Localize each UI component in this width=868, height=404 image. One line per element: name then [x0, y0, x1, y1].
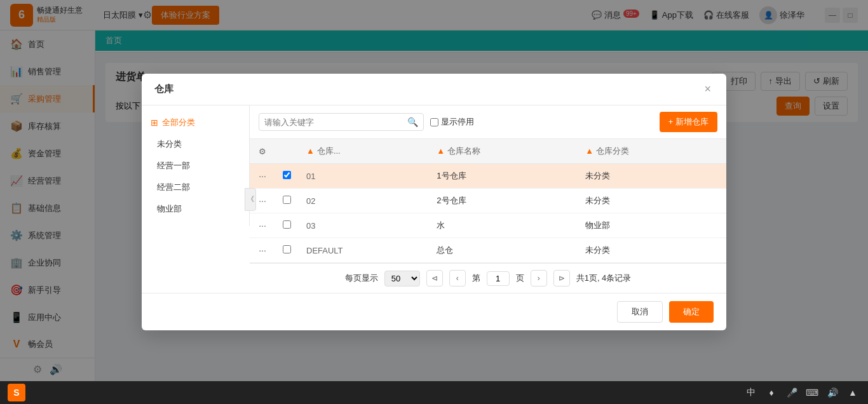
category-panel-wrapper: ⊞ 全部分类 未分类 经营一部 经营二部 物业部 《	[142, 105, 250, 293]
row-checkbox-cell	[275, 164, 299, 189]
prev-page-button[interactable]: ‹	[449, 270, 466, 286]
last-page-button[interactable]: ⊳	[553, 270, 570, 286]
category-item-ops2[interactable]: 经营二部	[142, 177, 249, 198]
row-checkbox-cell	[275, 213, 299, 238]
row-num: 01	[299, 164, 429, 189]
total-info: 共1页, 4条记录	[576, 273, 632, 284]
table-row[interactable]: ··· 03 水 物业部	[250, 213, 726, 238]
table-row[interactable]: ··· DEFAULT 总仓 未分类	[250, 238, 726, 263]
row-num: 03	[299, 213, 429, 238]
row-checkbox-cell	[275, 238, 299, 263]
modal-body: ⊞ 全部分类 未分类 经营一部 经营二部 物业部 《 🔍	[142, 105, 726, 293]
row-name: 2号仓库	[429, 189, 578, 213]
modal-header: 仓库 ×	[142, 74, 726, 105]
per-page-select[interactable]: 50 100	[384, 271, 420, 286]
taskbar-icons: 中 ♦ 🎤 ⌨ 🔊 ▲	[743, 385, 860, 400]
row-actions-cell: ···	[250, 238, 275, 263]
category-panel: ⊞ 全部分类 未分类 经营一部 经营二部 物业部	[142, 105, 250, 226]
category-item-ops1[interactable]: 经营一部	[142, 155, 249, 177]
search-box: 🔍	[259, 113, 424, 131]
right-panel: 🔍 显示停用 + 新增仓库 ⚙	[250, 105, 726, 293]
taskbar-cn-icon[interactable]: 中	[743, 385, 759, 400]
row-checkbox[interactable]	[283, 245, 291, 253]
modal-footer: 取消 确定	[142, 293, 726, 330]
modal-title: 仓库	[154, 83, 173, 95]
sort-icon-category: ▲	[585, 146, 593, 156]
right-toolbar: 🔍 显示停用 + 新增仓库	[250, 105, 726, 139]
row-more-icon[interactable]: ···	[259, 245, 266, 255]
category-item-unclassified[interactable]: 未分类	[142, 133, 249, 155]
confirm-button[interactable]: 确定	[669, 301, 714, 323]
page-label: 第	[472, 273, 480, 284]
taskbar-mic-icon[interactable]: 🎤	[784, 385, 799, 400]
page-number-input[interactable]	[487, 271, 510, 286]
col-category: ▲仓库分类	[578, 139, 726, 164]
taskbar-logo: S	[8, 384, 25, 401]
all-categories-button[interactable]: ⊞ 全部分类	[142, 112, 249, 133]
col-code: ▲仓库...	[299, 139, 429, 164]
show-disabled-text: 显示停用	[441, 116, 474, 128]
first-page-button[interactable]: ⊲	[426, 270, 443, 286]
col-name: ▲仓库名称	[429, 139, 578, 164]
row-name: 1号仓库	[429, 164, 578, 189]
row-more-icon[interactable]: ···	[259, 196, 266, 206]
row-category: 物业部	[578, 213, 726, 238]
row-num: DEFAULT	[299, 238, 429, 263]
grid-icon: ⊞	[151, 118, 158, 128]
sort-icon-name: ▲	[437, 146, 445, 156]
table-row[interactable]: ··· 02 2号仓库 未分类	[250, 189, 726, 213]
row-name: 总仓	[429, 238, 578, 263]
taskbar-keyboard-icon[interactable]: ⌨	[804, 385, 820, 400]
cancel-button[interactable]: 取消	[617, 301, 663, 323]
show-disabled-checkbox[interactable]	[430, 118, 438, 126]
add-warehouse-button[interactable]: + 新增仓库	[660, 112, 717, 132]
search-input[interactable]	[264, 118, 403, 127]
row-actions-cell: ···	[250, 213, 275, 238]
row-more-icon[interactable]: ···	[259, 220, 266, 231]
modal-pagination: 每页显示 50 100 ⊲ ‹ 第 页 › ⊳ 共1页, 4条记录	[250, 263, 726, 293]
col-checkbox	[275, 139, 299, 164]
row-category: 未分类	[578, 189, 726, 213]
sort-icon-code: ▲	[306, 146, 315, 156]
page-suffix: 页	[516, 273, 524, 284]
row-checkbox-cell	[275, 189, 299, 213]
row-category: 未分类	[578, 164, 726, 189]
taskbar-dot-icon[interactable]: ♦	[764, 385, 779, 400]
col-settings: ⚙	[250, 139, 275, 164]
taskbar: S 中 ♦ 🎤 ⌨ 🔊 ▲	[0, 381, 868, 404]
collapse-panel-button[interactable]: 《	[245, 188, 256, 211]
warehouse-table: ⚙ ▲仓库... ▲仓库名称 ▲仓库分类 ··· 01	[250, 139, 726, 263]
modal-overlay: 仓库 × ⊞ 全部分类 未分类 经营一部 经营二部 物业部 《	[0, 0, 868, 404]
category-item-property[interactable]: 物业部	[142, 198, 249, 220]
modal-close-button[interactable]: ×	[702, 83, 714, 96]
warehouse-modal: 仓库 × ⊞ 全部分类 未分类 经营一部 经营二部 物业部 《	[142, 74, 726, 330]
all-categories-label: 全部分类	[162, 117, 195, 128]
per-page-label: 每页显示	[345, 273, 378, 284]
row-category: 未分类	[578, 238, 726, 263]
taskbar-volume-icon[interactable]: 🔊	[825, 385, 840, 400]
taskbar-arrow-icon[interactable]: ▲	[845, 385, 860, 400]
row-name: 水	[429, 213, 578, 238]
show-disabled-label[interactable]: 显示停用	[430, 116, 474, 128]
row-checkbox[interactable]	[283, 220, 291, 229]
row-more-icon[interactable]: ···	[259, 171, 266, 181]
row-checkbox[interactable]	[283, 171, 291, 179]
table-row[interactable]: ··· 01 1号仓库 未分类	[250, 164, 726, 189]
row-checkbox[interactable]	[283, 196, 291, 204]
search-icon: 🔍	[407, 117, 418, 127]
row-actions-cell: ···	[250, 164, 275, 189]
next-page-button[interactable]: ›	[531, 270, 547, 286]
row-num: 02	[299, 189, 429, 213]
